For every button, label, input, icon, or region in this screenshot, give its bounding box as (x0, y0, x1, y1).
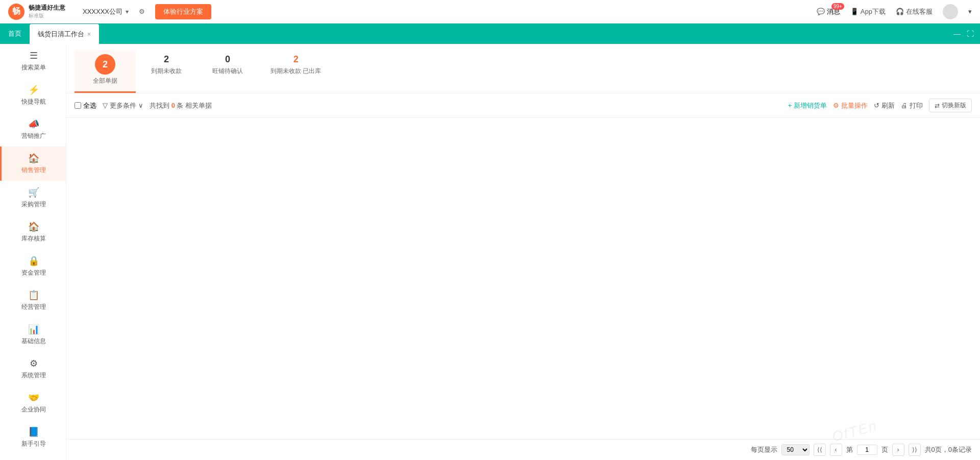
logo-sub: 标准版 (29, 12, 65, 19)
new-order-btn[interactable]: + 新增销货单 (788, 101, 827, 110)
company-name: XXXXXX公司 (83, 7, 122, 16)
tab-maximize-icon[interactable]: ⛶ (967, 30, 974, 38)
user-menu[interactable]: ▾ (968, 8, 972, 15)
page-prev-btn[interactable]: ‹ (830, 444, 842, 456)
guide-icon: 📘 (28, 426, 39, 438)
stat-label-pending: 旺铺待确认 (212, 67, 243, 76)
select-all-checkbox[interactable]: 全选 (75, 101, 96, 110)
finance-icon: 🔒 (28, 255, 39, 267)
stat-label-shipped: 到期未收款 已出库 (271, 67, 321, 76)
sidebar-label-basics: 基础信息 (21, 337, 46, 346)
inventory-icon: 🏠 (28, 221, 39, 232)
sidebar-item-quick-nav[interactable]: ⚡ 快捷导航 (0, 78, 66, 112)
company-selector[interactable]: XXXXXX公司 ▾ (83, 7, 129, 16)
sidebar-label-inventory: 库存核算 (21, 234, 46, 243)
sidebar-item-operations[interactable]: 📋 经营管理 (0, 283, 66, 318)
sales-icon: 🏠 (28, 153, 39, 164)
sidebar-item-purchase[interactable]: 🛒 采购管理 (0, 181, 66, 215)
page-input[interactable]: 1 (857, 445, 877, 455)
message-badge: 99+ (831, 3, 844, 10)
sidebar-label-system: 系统管理 (21, 371, 46, 380)
page-next-btn[interactable]: › (892, 444, 904, 456)
stat-label-overdue: 到期未收款 (151, 67, 182, 76)
batch-operation-btn[interactable]: ⚙ 批量操作 (833, 101, 868, 110)
app-download-label: App下载 (861, 7, 886, 16)
service-icon: 🎧 (896, 8, 904, 15)
sidebar-item-finance[interactable]: 🔒 资金管理 (0, 249, 66, 283)
stat-number-overdue: 2 (164, 54, 169, 65)
switch-label: 切换新版 (942, 101, 966, 110)
quick-nav-icon: ⚡ (28, 84, 39, 95)
settings-icon-btn[interactable]: ⚙ (135, 5, 149, 19)
company-dropdown-icon: ▾ (126, 8, 129, 15)
user-dropdown-icon: ▾ (968, 8, 972, 15)
count-text: 共找到 0 条 相关单据 (150, 101, 212, 110)
tab-work-bench[interactable]: 钱货日清工作台 × (30, 24, 99, 44)
sidebar-item-basics[interactable]: 📊 基础信息 (0, 318, 66, 352)
toolbar: 全选 ▽ 更多条件 ∨ 共找到 0 条 相关单据 + 新增销货单 ⚙ (66, 93, 980, 118)
search-menu-icon: ☰ (30, 50, 38, 61)
sidebar-label-marketing: 营销推广 (21, 132, 46, 140)
stat-label-all: 全部单据 (93, 77, 117, 85)
refresh-label: 刷新 (881, 101, 895, 110)
sidebar-item-search-menu[interactable]: ☰ 搜索菜单 (0, 44, 66, 78)
sidebar-item-app-center[interactable]: 🛍 应用中心 (0, 454, 66, 460)
sidebar-item-marketing[interactable]: 📣 营销推广 (0, 112, 66, 147)
batch-icon: ⚙ (833, 102, 839, 109)
switch-version-btn[interactable]: ⇄ 切换新版 (929, 99, 972, 112)
enterprise-icon: 🤝 (28, 392, 39, 403)
stat-tab-shipped[interactable]: 2 到期未收款 已出库 (258, 50, 333, 93)
top-header: 畅 畅捷通好生意 标准版 XXXXXX公司 ▾ ⚙ 体验行业方案 💬 消息 99… (0, 0, 980, 23)
filter-label: 更多条件 (110, 101, 136, 110)
sidebar-item-sales[interactable]: 🏠 销售管理 (0, 147, 66, 181)
online-service-btn[interactable]: 🎧 在线客服 (896, 7, 933, 16)
table-area (66, 118, 980, 439)
sidebar-label-sales: 销售管理 (21, 166, 46, 175)
logo-icon: 畅 (8, 4, 24, 20)
sidebar-item-system[interactable]: ⚙ 系统管理 (0, 352, 66, 386)
page-last-btn[interactable]: ⟩⟩ (909, 444, 921, 456)
toolbar-left: 全选 ▽ 更多条件 ∨ 共找到 0 条 相关单据 (75, 101, 212, 110)
page-prefix: 第 (846, 445, 853, 454)
page-suffix: 页 (881, 445, 888, 454)
sidebar-label-search-menu: 搜索菜单 (21, 63, 46, 72)
switch-icon: ⇄ (935, 102, 940, 109)
sidebar-item-enterprise[interactable]: 🤝 企业协同 (0, 386, 66, 420)
refresh-btn[interactable]: ↺ 刷新 (874, 101, 895, 110)
filter-icon: ▽ (103, 102, 108, 109)
stat-tab-overdue[interactable]: 2 到期未收款 (136, 50, 197, 93)
select-all-input[interactable] (75, 102, 81, 109)
stat-number-pending: 0 (225, 54, 230, 65)
stat-tab-pending[interactable]: 0 旺铺待确认 (197, 50, 258, 93)
filter-btn[interactable]: ▽ 更多条件 ∨ (103, 101, 143, 110)
app-download-btn[interactable]: 📱 App下载 (850, 7, 886, 16)
marketing-icon: 📣 (28, 118, 39, 130)
sidebar-label-guide: 新手引导 (21, 440, 46, 448)
tab-close-icon[interactable]: × (87, 31, 91, 38)
sidebar-label-enterprise: 企业协同 (21, 405, 46, 414)
download-icon: 📱 (850, 8, 859, 15)
sidebar-item-guide[interactable]: 📘 新手引导 (0, 420, 66, 454)
batch-label: 批量操作 (841, 101, 868, 110)
select-all-label: 全选 (83, 101, 96, 110)
total-label: 共0页，0条记录 (925, 445, 972, 454)
trial-btn[interactable]: 体验行业方案 (155, 4, 211, 19)
message-btn[interactable]: 💬 消息 99+ (817, 7, 840, 16)
online-service-label: 在线客服 (906, 7, 933, 16)
stat-tab-all[interactable]: 2 全部单据 (75, 50, 136, 93)
operations-icon: 📋 (28, 289, 39, 301)
system-icon: ⚙ (30, 358, 38, 369)
tab-minimize-icon[interactable]: — (953, 30, 961, 38)
user-avatar[interactable] (943, 4, 958, 19)
sidebar-item-inventory[interactable]: 🏠 库存核算 (0, 215, 66, 249)
per-page-label: 每页显示 (751, 445, 777, 454)
page-first-btn[interactable]: ⟨⟨ (814, 444, 826, 456)
content-area: 2 全部单据 2 到期未收款 0 旺铺待确认 2 到期未收款 已出库 全选 (66, 44, 980, 460)
sidebar: ☰ 搜索菜单 ⚡ 快捷导航 📣 营销推广 🏠 销售管理 🛒 采购管理 🏠 库存核… (0, 44, 66, 460)
print-btn[interactable]: 🖨 打印 (901, 101, 923, 110)
per-page-select[interactable]: 50 100 200 (781, 444, 810, 455)
tab-home[interactable]: 首页 (0, 23, 30, 44)
message-icon: 💬 (817, 8, 825, 15)
tab-actions: — ⛶ (953, 30, 980, 38)
print-label: 打印 (910, 101, 923, 110)
